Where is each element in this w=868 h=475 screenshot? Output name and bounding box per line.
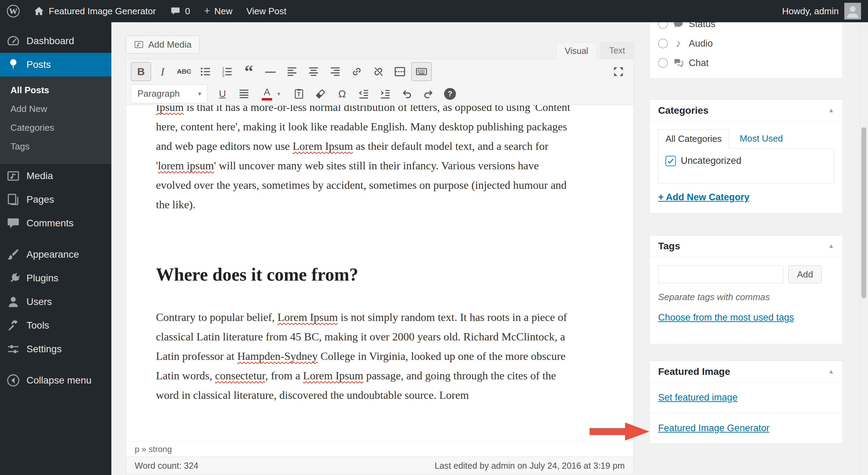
tab-text[interactable]: Text <box>600 42 634 59</box>
add-new-category-link[interactable]: + Add New Category <box>658 192 749 203</box>
panel-toggle-icon[interactable]: ▲ <box>828 107 834 114</box>
tools-hammer-icon <box>6 319 20 332</box>
align-center-button[interactable] <box>303 62 324 81</box>
editor-text-span: lorem ipsum <box>158 159 214 172</box>
format-label[interactable]: Chat <box>689 58 709 69</box>
categories-panel-body: All Categories Most Used Uncategorized +… <box>650 121 843 203</box>
svg-text:3: 3 <box>222 73 224 78</box>
numbered-list-button[interactable]: 123 <box>217 62 237 81</box>
sidebar-item-appearance[interactable]: Appearance <box>0 243 111 266</box>
add-tag-button[interactable]: Add <box>788 265 822 283</box>
sidebar-item-settings[interactable]: Settings <box>0 337 111 361</box>
sidebar-item-users[interactable]: Users <box>0 290 111 314</box>
tab-most-used[interactable]: Most Used <box>740 133 783 144</box>
format-radio-chat[interactable] <box>658 58 668 68</box>
paragraph-format-dropdown[interactable]: Paragraph ▼ <box>131 84 207 103</box>
editor-heading: Where does it come from? <box>156 264 573 285</box>
paste-as-text-button[interactable]: T <box>289 84 309 103</box>
tags-panel-header[interactable]: Tags ▲ <box>650 235 843 257</box>
editor-element-path: p » strong <box>126 441 633 457</box>
insert-more-tag-button[interactable] <box>390 62 410 81</box>
site-name-menu[interactable]: Featured Image Generator <box>26 0 163 22</box>
svg-text:T: T <box>297 91 301 97</box>
format-label[interactable]: Audio <box>689 38 713 49</box>
remove-link-button[interactable] <box>368 62 388 81</box>
italic-button[interactable]: I <box>152 62 173 81</box>
submenu-categories[interactable]: Categories <box>0 118 111 137</box>
tab-all-categories[interactable]: All Categories <box>658 129 729 148</box>
indent-button[interactable] <box>375 84 395 103</box>
strikethrough-button[interactable]: ABC <box>174 62 194 81</box>
wordpress-logo-menu[interactable]: W <box>0 0 26 22</box>
new-content-menu[interactable]: + New <box>197 0 239 22</box>
element-path-text: p » strong <box>135 444 172 454</box>
help-button[interactable]: ? <box>440 84 460 103</box>
justify-button[interactable] <box>234 84 254 103</box>
category-tabs: All Categories Most Used <box>658 129 834 148</box>
collapse-menu-button[interactable]: Collapse menu <box>0 369 111 392</box>
admin-bar-account[interactable]: Howdy, admin <box>782 3 868 19</box>
sidebar-item-posts[interactable]: Posts <box>0 53 111 77</box>
submenu-all-posts[interactable]: All Posts <box>0 81 111 99</box>
bulleted-list-button[interactable] <box>196 62 216 81</box>
special-character-button[interactable]: Ω <box>332 84 352 103</box>
tags-panel: Tags ▲ Add Separate tags with commas Cho… <box>649 235 843 344</box>
sidebar-item-comments[interactable]: Comments <box>0 211 111 235</box>
align-left-button[interactable] <box>282 62 302 81</box>
settings-sliders-icon <box>6 342 20 356</box>
editor-text-span: Lorem Ipsum <box>277 311 338 323</box>
set-featured-image-link[interactable]: Set featured image <box>658 392 737 403</box>
editor-content[interactable]: Ipsum is that it has a more-or-less norm… <box>126 105 633 441</box>
redo-button[interactable] <box>418 84 439 103</box>
tab-visual[interactable]: Visual <box>556 42 597 59</box>
editor-text-span: Ipsum <box>156 105 184 113</box>
toolbar-toggle-button[interactable] <box>411 62 432 81</box>
sidebar-item-dashboard[interactable]: Dashboard <box>0 29 111 53</box>
comments-menu[interactable]: 0 <box>163 0 197 22</box>
add-media-button[interactable]: Add Media <box>126 35 199 54</box>
new-tag-input[interactable] <box>658 265 783 283</box>
submenu-tags[interactable]: Tags <box>0 137 111 156</box>
view-post-link[interactable]: View Post <box>239 0 293 22</box>
featured-image-generator-link[interactable]: Featured Image Generator <box>658 423 770 433</box>
plugins-plug-icon <box>6 271 20 285</box>
horizontal-rule-button[interactable]: — <box>260 62 281 81</box>
editor-text-span: Lorem Ipsum <box>293 140 353 152</box>
post-editor: B I ABC 123 “ — <box>126 59 634 475</box>
tags-panel-body: Add Separate tags with commas Choose fro… <box>650 257 843 331</box>
editor-paragraph: Contrary to popular belief, Lorem Ipsum … <box>156 307 573 405</box>
submenu-add-new[interactable]: Add New <box>0 99 111 118</box>
text-color-button[interactable]: A ▼ <box>255 84 287 103</box>
fullscreen-button[interactable] <box>608 62 629 81</box>
uncategorized-checkbox[interactable] <box>665 156 676 166</box>
align-right-button[interactable] <box>325 62 345 81</box>
sidebar-item-plugins[interactable]: Plugins <box>0 266 111 290</box>
format-radio-audio[interactable] <box>658 39 668 48</box>
sidebar-item-tools[interactable]: Tools <box>0 314 111 337</box>
panel-toggle-icon[interactable]: ▲ <box>828 242 834 250</box>
post-status-info: Word count: 324 Last edited by admin on … <box>126 457 633 475</box>
panel-toggle-icon[interactable]: ▲ <box>828 368 834 375</box>
sidebar-item-label: Plugins <box>26 273 58 284</box>
sidebar-item-media[interactable]: Media <box>0 164 111 188</box>
bold-button[interactable]: B <box>131 62 151 81</box>
avatar <box>844 3 861 19</box>
scrollbar-thumb[interactable] <box>861 127 866 298</box>
category-checklist: Uncategorized <box>658 148 834 184</box>
outdent-button[interactable] <box>354 84 374 103</box>
category-label[interactable]: Uncategorized <box>681 155 741 166</box>
choose-most-used-tags-link[interactable]: Choose from the most used tags <box>658 312 794 323</box>
editor-mode-tabs: Visual Text <box>510 42 634 59</box>
featured-image-generator-row: Featured Image Generator <box>650 413 843 443</box>
clear-formatting-button[interactable] <box>310 84 331 103</box>
insert-link-button[interactable] <box>347 62 367 81</box>
text-color-icon: A <box>262 87 272 100</box>
categories-panel-header[interactable]: Categories ▲ <box>650 100 843 121</box>
undo-button[interactable] <box>397 84 417 103</box>
sidebar-item-label: Users <box>26 296 52 307</box>
blockquote-button[interactable]: “ <box>239 67 259 76</box>
media-icon <box>134 39 144 50</box>
underline-button[interactable]: U <box>212 84 232 103</box>
featured-image-panel-header[interactable]: Featured Image ▲ <box>650 361 843 383</box>
sidebar-item-pages[interactable]: Pages <box>0 188 111 211</box>
